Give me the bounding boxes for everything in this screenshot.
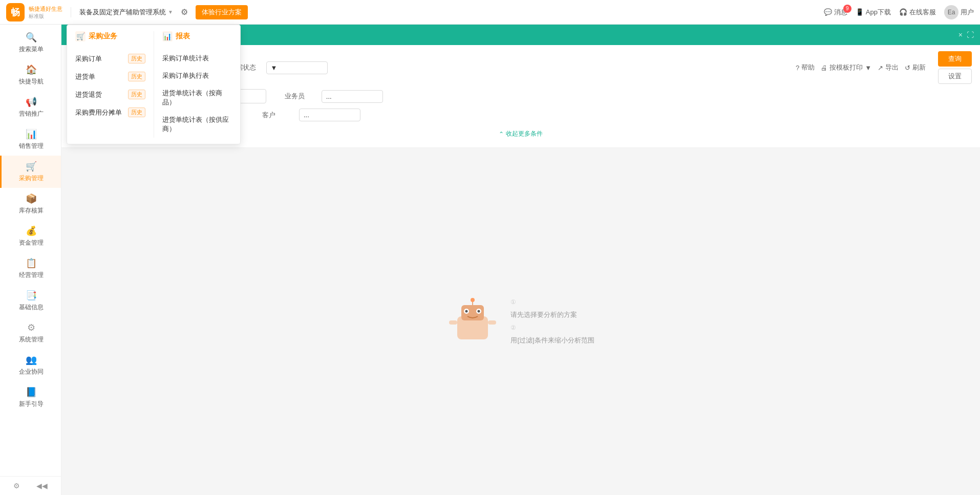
- user-label: 用户: [961, 8, 974, 17]
- sidebar-item-newbie[interactable]: 📘 新手引导: [0, 381, 61, 414]
- system-icon: ⚙: [27, 322, 35, 333]
- salesperson-input[interactable]: ...: [322, 90, 383, 103]
- app-download-label: App下载: [866, 8, 891, 17]
- sidebar-item-label: 销售管理: [19, 142, 44, 150]
- sidebar-item-label: 搜索菜单: [19, 45, 44, 54]
- collapse-icon: ⌃: [499, 131, 504, 138]
- nav-divider: [71, 7, 71, 17]
- export-label: 导出: [885, 63, 899, 72]
- help-label: 帮助: [801, 63, 815, 72]
- collapse-label: 收起更多条件: [506, 130, 543, 138]
- settings-btn[interactable]: 设置: [938, 69, 972, 84]
- menu-order-stat[interactable]: 采购订单统计表: [162, 50, 232, 67]
- report-col-title: 报表: [176, 32, 190, 41]
- report-icon: 📊: [162, 31, 173, 41]
- sidebar-settings-btn[interactable]: ⚙: [13, 482, 20, 490]
- newbie-icon: 📘: [26, 386, 37, 398]
- sidebar-item-quick-nav[interactable]: 🏠 快捷导航: [0, 59, 61, 91]
- help-btn[interactable]: ? 帮助: [796, 63, 815, 72]
- hist-badge: 历史: [128, 90, 145, 99]
- sidebar-item-label: 资金管理: [19, 239, 44, 247]
- sidebar-item-label: 库存核算: [19, 206, 44, 215]
- query-btn[interactable]: 查询: [938, 51, 972, 67]
- dropdown-report-col: 📊 报表 采购订单统计表 采购订单执行表 进货单统计表（按商品） 进货单统计表（…: [154, 31, 241, 138]
- sidebar-item-label: 新手引导: [19, 400, 44, 408]
- sidebar-item-cooperation[interactable]: 👥 企业协同: [0, 349, 61, 381]
- close-all-btn[interactable]: ×: [958, 31, 963, 39]
- svg-point-9: [471, 298, 475, 302]
- sidebar-item-label: 采购管理: [19, 174, 44, 183]
- empty-hint-2: ② 用[过滤]条件来缩小分析范围: [510, 321, 594, 347]
- export-btn[interactable]: ↗ 导出: [878, 63, 899, 72]
- sidebar: 🔍 搜索菜单 🏠 快捷导航 📢 营销推广 📊 销售管理 🛒 采购管理 📦: [0, 25, 61, 495]
- sidebar-item-purchase[interactable]: 🛒 采购管理: [0, 156, 61, 188]
- message-btn[interactable]: 💬 消息 9: [824, 8, 847, 17]
- sidebar-item-sales[interactable]: 📊 销售管理: [0, 123, 61, 156]
- marketing-icon: 📢: [26, 96, 37, 107]
- sidebar-item-marketing[interactable]: 📢 营销推广: [0, 91, 61, 123]
- home-icon: 🏠: [26, 64, 37, 75]
- refresh-btn[interactable]: ↺ 刷新: [905, 63, 926, 72]
- svg-rect-7: [488, 320, 496, 325]
- customer-label: 客户: [262, 111, 293, 120]
- sidebar-item-operations[interactable]: 📋 经营管理: [0, 252, 61, 285]
- print-btn[interactable]: 🖨 按模板打印 ▼: [821, 63, 871, 72]
- industry-btn[interactable]: 体验行业方案: [196, 5, 248, 19]
- online-service-btn[interactable]: 🎧 在线客服: [899, 8, 936, 17]
- top-nav-left: 畅 畅捷通好生意 标准版 装备及固定资产辅助管理系统 ▼ ⚙ 体验行业方案: [6, 3, 824, 21]
- top-navbar: 畅 畅捷通好生意 标准版 装备及固定资产辅助管理系统 ▼ ⚙ 体验行业方案 💬 …: [0, 0, 980, 25]
- purchase-dropdown-menu: 🛒 采购业务 采购订单 历史 进货单 历史 进货退货 历史 采购费用分摊单 历史: [67, 25, 241, 144]
- sidebar-item-inventory[interactable]: 📦 库存核算: [0, 188, 61, 220]
- doc-status-select[interactable]: ▼: [266, 61, 328, 74]
- refresh-icon: ↺: [905, 64, 910, 72]
- empty-text: ① 请先选择要分析的方案 ② 用[过滤]条件来缩小分析范围: [510, 296, 594, 347]
- dropdown-business-header: 🛒 采购业务: [75, 31, 145, 45]
- user-btn[interactable]: Ea 用户: [944, 5, 974, 19]
- menu-receipt-stat-supplier[interactable]: 进货单统计表（按供应商）: [162, 111, 232, 138]
- cooperation-icon: 👥: [26, 354, 37, 365]
- sidebar-item-basic-info[interactable]: 📑 基础信息: [0, 285, 61, 317]
- app-logo: 畅 畅捷通好生意 标准版: [6, 3, 62, 21]
- app-download-btn[interactable]: 📱 App下载: [856, 8, 891, 17]
- sidebar-item-search[interactable]: 🔍 搜索菜单: [0, 27, 61, 59]
- chevron-down-icon: ▼: [271, 64, 278, 72]
- sidebar-item-label: 营销推广: [19, 110, 44, 118]
- print-label: 按模板打印: [829, 63, 863, 72]
- svg-point-5: [478, 310, 480, 313]
- sidebar-item-system[interactable]: ⚙ 系统管理: [0, 317, 61, 349]
- inventory-icon: 📦: [26, 193, 37, 204]
- sidebar-item-label: 经营管理: [19, 271, 44, 279]
- message-icon: 💬: [824, 8, 832, 16]
- menu-purchase-expense[interactable]: 采购费用分摊单 历史: [75, 103, 145, 121]
- ellipsis-icon: ...: [326, 93, 332, 100]
- hist-badge: 历史: [128, 72, 145, 81]
- sidebar-collapse-btn[interactable]: ◀◀: [36, 482, 48, 490]
- sidebar-item-finance[interactable]: 💰 资金管理: [0, 220, 61, 252]
- sidebar-item-label: 企业协同: [19, 368, 44, 376]
- logo-edition: 标准版: [29, 13, 62, 20]
- business-col-title: 采购业务: [89, 32, 117, 41]
- sidebar-item-label: 系统管理: [19, 335, 44, 344]
- top-nav-right: 💬 消息 9 📱 App下载 🎧 在线客服 Ea 用户: [824, 5, 974, 19]
- sidebar-menu: 🔍 搜索菜单 🏠 快捷导航 📢 营销推广 📊 销售管理 🛒 采购管理 📦: [0, 25, 61, 476]
- tabs-bar-right: × ⛶: [958, 31, 980, 39]
- system-title-dropdown[interactable]: 装备及固定资产辅助管理系统 ▼: [79, 8, 173, 17]
- fullscreen-btn[interactable]: ⛶: [967, 31, 974, 39]
- menu-purchase-order[interactable]: 采购订单 历史: [75, 50, 145, 68]
- menu-order-exec[interactable]: 采购订单执行表: [162, 67, 232, 84]
- customer-input[interactable]: ...: [299, 109, 360, 121]
- message-badge: 9: [843, 5, 851, 13]
- empty-content: ① 请先选择要分析的方案 ② 用[过滤]条件来缩小分析范围: [447, 296, 594, 347]
- finance-icon: 💰: [26, 225, 37, 236]
- svg-rect-6: [449, 320, 457, 325]
- menu-purchase-receipt[interactable]: 进货单 历史: [75, 68, 145, 85]
- purchase-icon: 🛒: [26, 161, 37, 172]
- settings-icon-btn[interactable]: ⚙: [177, 5, 191, 19]
- search-icon: 🔍: [26, 32, 37, 43]
- ellipsis-icon: ...: [304, 111, 309, 119]
- export-icon: ↗: [878, 64, 883, 72]
- print-icon: 🖨: [821, 64, 827, 72]
- menu-receipt-stat-goods[interactable]: 进货单统计表（按商品）: [162, 84, 232, 111]
- menu-purchase-return[interactable]: 进货退货 历史: [75, 85, 145, 103]
- salesperson-label: 业务员: [285, 92, 315, 101]
